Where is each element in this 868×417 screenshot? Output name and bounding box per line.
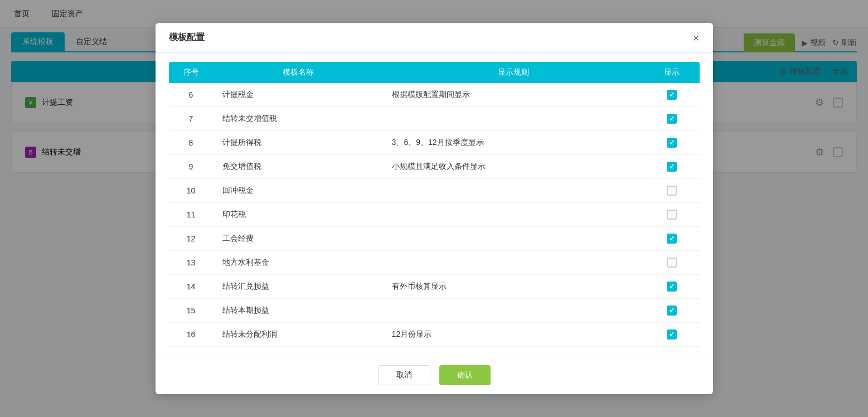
cell-rule <box>383 203 644 227</box>
table-row: 8计提所得税3、6、9、12月按季度显示 <box>169 131 700 155</box>
table-row: 6计提税金根据模版配置期间显示 <box>169 83 700 107</box>
col-name: 模板名称 <box>214 62 383 83</box>
cell-rule: 根据模版配置期间显示 <box>383 83 644 107</box>
cell-name: 计提税金 <box>214 83 383 107</box>
template-config-modal: 模板配置 × 序号 模板名称 显示规则 显示 6计提税金根据模版配置期间显示7结… <box>156 23 713 394</box>
table-row: 13地方水利基金 <box>169 251 700 275</box>
cell-rule <box>383 251 644 275</box>
table-row: 7结转未交增值税 <box>169 107 700 131</box>
show-checkbox[interactable] <box>667 90 677 100</box>
cell-show <box>644 155 700 179</box>
show-checkbox[interactable] <box>667 258 677 268</box>
table-row: 14结转汇兑损益有外币核算显示 <box>169 275 700 299</box>
cell-seq: 14 <box>169 275 214 299</box>
show-checkbox[interactable] <box>667 114 677 124</box>
cell-show <box>644 275 700 299</box>
cell-seq: 10 <box>169 179 214 203</box>
table-header: 序号 模板名称 显示规则 显示 <box>169 62 700 83</box>
col-seq: 序号 <box>169 62 214 83</box>
cell-seq: 9 <box>169 155 214 179</box>
cell-seq: 6 <box>169 83 214 107</box>
table-row: 12工会经费 <box>169 227 700 251</box>
show-checkbox[interactable] <box>667 162 677 172</box>
modal-body: 序号 模板名称 显示规则 显示 6计提税金根据模版配置期间显示7结转未交增值税8… <box>156 53 713 356</box>
cell-show <box>644 227 700 251</box>
cell-name: 工会经费 <box>214 227 383 251</box>
cell-show <box>644 107 700 131</box>
cell-seq: 8 <box>169 131 214 155</box>
config-table: 序号 模板名称 显示规则 显示 6计提税金根据模版配置期间显示7结转未交增值税8… <box>169 62 700 347</box>
show-checkbox[interactable] <box>667 210 677 220</box>
col-show: 显示 <box>644 62 700 83</box>
cell-seq: 15 <box>169 299 214 323</box>
cell-seq: 7 <box>169 107 214 131</box>
cell-seq: 12 <box>169 227 214 251</box>
cancel-button[interactable]: 取消 <box>378 365 430 385</box>
cell-show <box>644 179 700 203</box>
show-checkbox[interactable] <box>667 282 677 292</box>
cell-rule <box>383 179 644 203</box>
cell-rule: 有外币核算显示 <box>383 275 644 299</box>
cell-name: 免交增值税 <box>214 155 383 179</box>
cell-name: 回冲税金 <box>214 179 383 203</box>
table-body: 6计提税金根据模版配置期间显示7结转未交增值税8计提所得税3、6、9、12月按季… <box>169 83 700 347</box>
table-row: 15结转本期损益 <box>169 299 700 323</box>
cell-rule <box>383 107 644 131</box>
cell-show <box>644 83 700 107</box>
table-row: 9免交增值税小规模且满足收入条件显示 <box>169 155 700 179</box>
cell-show <box>644 323 700 347</box>
show-checkbox[interactable] <box>667 138 677 148</box>
cell-name: 结转汇兑损益 <box>214 275 383 299</box>
cell-seq: 16 <box>169 323 214 347</box>
cell-rule: 3、6、9、12月按季度显示 <box>383 131 644 155</box>
col-rule: 显示规则 <box>383 62 644 83</box>
cell-show <box>644 131 700 155</box>
show-checkbox[interactable] <box>667 186 677 196</box>
cell-seq: 11 <box>169 203 214 227</box>
cell-show <box>644 203 700 227</box>
cell-name: 印花税 <box>214 203 383 227</box>
cell-rule <box>383 299 644 323</box>
cell-name: 结转未交增值税 <box>214 107 383 131</box>
confirm-button[interactable]: 确认 <box>439 365 491 385</box>
show-checkbox[interactable] <box>667 234 677 244</box>
modal-header: 模板配置 × <box>156 23 713 53</box>
cell-show <box>644 299 700 323</box>
cell-name: 结转未分配利润 <box>214 323 383 347</box>
cell-rule <box>383 227 644 251</box>
cell-seq: 13 <box>169 251 214 275</box>
cell-show <box>644 251 700 275</box>
cell-name: 计提所得税 <box>214 131 383 155</box>
modal-close-button[interactable]: × <box>693 32 700 43</box>
show-checkbox[interactable] <box>667 306 677 316</box>
cell-rule: 小规模且满足收入条件显示 <box>383 155 644 179</box>
table-row: 10回冲税金 <box>169 179 700 203</box>
config-table-wrapper[interactable]: 序号 模板名称 显示规则 显示 6计提税金根据模版配置期间显示7结转未交增值税8… <box>169 62 700 347</box>
table-row: 11印花税 <box>169 203 700 227</box>
cell-name: 结转本期损益 <box>214 299 383 323</box>
show-checkbox[interactable] <box>667 329 677 340</box>
modal-title: 模板配置 <box>169 32 205 43</box>
table-row: 16结转未分配利润12月份显示 <box>169 323 700 347</box>
modal-footer: 取消 确认 <box>156 356 713 394</box>
cell-name: 地方水利基金 <box>214 251 383 275</box>
cell-rule: 12月份显示 <box>383 323 644 347</box>
